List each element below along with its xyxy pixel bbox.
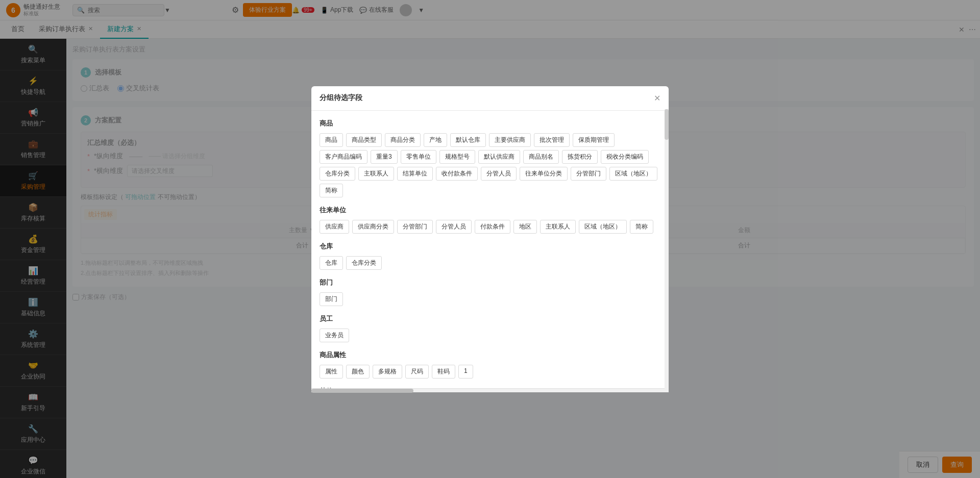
field-tag-product-22[interactable]: 分管部门: [571, 167, 606, 181]
field-tag-attr-4[interactable]: 鞋码: [432, 365, 455, 379]
field-tags-employee: 业务员: [320, 329, 660, 342]
field-tags-dept: 部门: [320, 292, 660, 306]
field-tag-partner-7[interactable]: 区域（地区）: [579, 220, 627, 234]
field-tag-attr-1[interactable]: 颜色: [346, 365, 370, 379]
field-tag-partner-4[interactable]: 付款条件: [475, 220, 510, 234]
field-section-dept: 部门 部门: [320, 278, 660, 306]
field-tag-product-8[interactable]: 客户商品编码: [320, 150, 368, 164]
field-tag-partner-2[interactable]: 分管部门: [397, 220, 433, 234]
main-layout: 🔍 搜索菜单 ⚡ 快捷导航 📢 营销推广 💼 销售管理 🛒 采购管理 📦 库存核…: [0, 39, 980, 478]
field-tag-product-10[interactable]: 零售单位: [401, 150, 436, 164]
field-section-product-attr: 商品属性 属性 颜色 多规格 尺码 鞋码 1: [320, 350, 660, 379]
field-tag-product-0[interactable]: 商品: [320, 133, 343, 147]
modal-body[interactable]: 商品 商品 商品类型 商品分类 产地 默认仓库 主要供应商 批次管理 保质期管理…: [311, 111, 669, 389]
field-tag-product-6[interactable]: 批次管理: [534, 133, 570, 147]
section-title-partner: 往来单位: [320, 206, 660, 215]
field-tag-attr-3[interactable]: 尺码: [405, 365, 429, 379]
field-tag-product-5[interactable]: 主要供应商: [489, 133, 531, 147]
field-tag-attr-5[interactable]: 1: [458, 365, 473, 379]
field-tag-product-2[interactable]: 商品分类: [385, 133, 421, 147]
field-tag-employee-0[interactable]: 业务员: [320, 329, 349, 342]
field-tag-product-23[interactable]: 区域（地区）: [609, 167, 657, 181]
field-tag-product-17[interactable]: 主联系人: [358, 167, 394, 181]
field-section-warehouse: 仓库 仓库 仓库分类: [320, 242, 660, 270]
section-title-warehouse: 仓库: [320, 242, 660, 251]
field-tag-product-21[interactable]: 往来单位分类: [520, 167, 568, 181]
field-tag-partner-1[interactable]: 供应商分类: [352, 220, 394, 234]
field-tag-warehouse-0[interactable]: 仓库: [320, 256, 343, 270]
field-tag-product-19[interactable]: 收付款条件: [436, 167, 478, 181]
modal-overlay: 分组待选字段 ✕ 商品 商品 商品类型 商品分类 产地 默认仓库 主要供应商: [66, 39, 980, 478]
field-tag-product-11[interactable]: 规格型号: [439, 150, 475, 164]
field-tag-product-14[interactable]: 拣货积分: [562, 150, 598, 164]
field-tag-attr-0[interactable]: 属性: [320, 365, 343, 379]
field-tag-product-1[interactable]: 商品类型: [346, 133, 382, 147]
field-tags-product-attr: 属性 颜色 多规格 尺码 鞋码 1: [320, 365, 660, 379]
section-title-product: 商品: [320, 119, 660, 128]
field-tag-product-9[interactable]: 重量3: [371, 150, 398, 164]
field-tag-warehouse-1[interactable]: 仓库分类: [346, 256, 382, 270]
field-tags-partner: 供应商 供应商分类 分管部门 分管人员 付款条件 地区 主联系人 区域（地区） …: [320, 220, 660, 234]
field-tag-product-4[interactable]: 默认仓库: [450, 133, 486, 147]
field-tag-partner-5[interactable]: 地区: [513, 220, 537, 234]
modal-scrollbar-thumb[interactable]: [311, 389, 413, 393]
field-tag-partner-3[interactable]: 分管人员: [436, 220, 472, 234]
field-tag-product-7[interactable]: 保质期管理: [573, 133, 615, 147]
field-tag-dept-0[interactable]: 部门: [320, 292, 343, 306]
field-tag-partner-6[interactable]: 主联系人: [540, 220, 576, 234]
modal-header: 分组待选字段 ✕: [311, 86, 669, 111]
field-tag-product-3[interactable]: 产地: [424, 133, 447, 147]
field-section-partner: 往来单位 供应商 供应商分类 分管部门 分管人员 付款条件 地区 主联系人 区域…: [320, 206, 660, 234]
field-tag-product-12[interactable]: 默认供应商: [478, 150, 520, 164]
field-tag-product-20[interactable]: 分管人员: [481, 167, 517, 181]
section-title-product-attr: 商品属性: [320, 350, 660, 360]
field-tags-product: 商品 商品类型 商品分类 产地 默认仓库 主要供应商 批次管理 保质期管理 客户…: [320, 133, 660, 197]
content-area: 采购订单执行表方案设置 1 选择模板 汇总表 交叉统计表: [66, 39, 980, 478]
field-tag-attr-2[interactable]: 多规格: [373, 365, 402, 379]
modal-dialog: 分组待选字段 ✕ 商品 商品 商品类型 商品分类 产地 默认仓库 主要供应商: [311, 86, 669, 392]
field-tag-product-24[interactable]: 简称: [320, 184, 343, 197]
field-tag-product-13[interactable]: 商品别名: [523, 150, 559, 164]
field-tag-partner-0[interactable]: 供应商: [320, 220, 349, 234]
modal-vscrollbar-thumb[interactable]: [665, 109, 669, 140]
section-title-dept: 部门: [320, 278, 660, 287]
modal-title: 分组待选字段: [320, 93, 362, 103]
modal-scrollbar-track[interactable]: [311, 388, 669, 392]
field-tag-product-16[interactable]: 仓库分类: [320, 167, 355, 181]
field-tag-product-18[interactable]: 结算单位: [397, 167, 433, 181]
modal-close-btn[interactable]: ✕: [654, 93, 660, 103]
field-tag-partner-8[interactable]: 简称: [630, 220, 653, 234]
field-section-product: 商品 商品 商品类型 商品分类 产地 默认仓库 主要供应商 批次管理 保质期管理…: [320, 119, 660, 197]
modal-vscrollbar[interactable]: [665, 109, 669, 392]
field-section-employee: 员工 业务员: [320, 314, 660, 342]
field-tag-product-15[interactable]: 税收分类编码: [601, 150, 649, 164]
field-tags-warehouse: 仓库 仓库分类: [320, 256, 660, 270]
section-title-employee: 员工: [320, 314, 660, 323]
